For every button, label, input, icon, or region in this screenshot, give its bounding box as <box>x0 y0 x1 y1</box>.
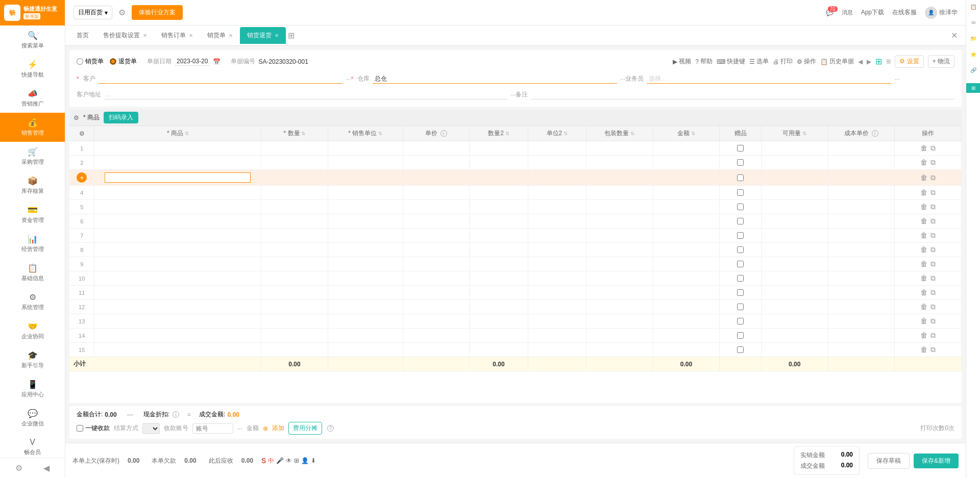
amount-cell-4[interactable] <box>653 186 720 200</box>
pack-qty-cell-1[interactable] <box>586 141 653 156</box>
unit-price-cell-1[interactable] <box>403 141 470 156</box>
gift-checkbox-9[interactable] <box>737 261 744 267</box>
available-cell-10[interactable] <box>761 271 828 286</box>
delete-icon-6[interactable]: 🗑 <box>920 217 927 225</box>
gift-checkbox-1[interactable] <box>737 145 744 152</box>
sale-unit-cell-2[interactable] <box>328 156 403 170</box>
right-panel-clipboard[interactable]: 📋 <box>970 4 976 10</box>
person-icon[interactable]: 👤 <box>301 457 309 464</box>
copy-icon-9[interactable]: ⧉ <box>930 260 936 268</box>
sidebar-item-7[interactable]: 📊经营管理 <box>0 229 65 258</box>
amount-cell-3[interactable] <box>653 170 720 186</box>
scan-input-button[interactable]: 扫码录入 <box>104 112 138 123</box>
sidebar-item-10[interactable]: 🤝企业协同 <box>0 316 65 345</box>
product-cell-12[interactable] <box>94 300 261 314</box>
gift-checkbox-3[interactable] <box>737 174 744 181</box>
settings-button[interactable]: ⚙ 设置 <box>895 55 923 68</box>
unit2-cell-14[interactable] <box>528 329 586 343</box>
product-cell-4[interactable] <box>94 186 261 200</box>
available-cell-6[interactable] <box>761 214 828 229</box>
qty2-cell-1[interactable] <box>470 141 528 156</box>
right-panel-folder[interactable]: 📁 <box>970 36 976 41</box>
tab-close-2[interactable]: ✕ <box>189 33 193 38</box>
pack-qty-cell-14[interactable] <box>586 329 653 343</box>
message-badge[interactable]: 💬 70 <box>826 9 834 16</box>
grid-view-icon[interactable]: ⊞ <box>875 57 882 66</box>
copy-icon-12[interactable]: ⧉ <box>930 303 936 311</box>
unit-price-cell-10[interactable] <box>403 271 470 286</box>
right-panel-mail[interactable]: ✉ <box>971 20 975 26</box>
pack-qty-cell-5[interactable] <box>586 200 653 214</box>
unit2-cell-3[interactable] <box>528 170 586 186</box>
unit-price-cell-2[interactable] <box>403 156 470 170</box>
delete-icon-8[interactable]: 🗑 <box>920 245 927 254</box>
pack-qty-cell-4[interactable] <box>586 186 653 200</box>
sidebar-collapse-icon[interactable]: ◀ <box>43 463 50 473</box>
address-more-icon[interactable]: ··· <box>510 91 516 98</box>
pack-qty-cell-9[interactable] <box>586 257 653 271</box>
col-settings[interactable]: ⚙ <box>69 126 94 141</box>
calendar-icon[interactable]: 📅 <box>213 58 220 65</box>
sale-unit-cell-13[interactable] <box>328 314 403 329</box>
product-cell-2[interactable] <box>94 156 261 170</box>
qty-cell-10[interactable] <box>261 271 328 286</box>
shortcut-action[interactable]: ⌨ 快捷键 <box>717 57 745 66</box>
qty-cell-3[interactable] <box>261 170 328 186</box>
unit2-cell-12[interactable] <box>528 300 586 314</box>
cost-cell-12[interactable] <box>828 300 895 314</box>
tab-close-1[interactable]: ✕ <box>143 33 147 38</box>
one-click-pay-checkbox[interactable]: 一键收款 <box>77 424 110 433</box>
unit-price-info-icon[interactable]: i <box>440 130 447 137</box>
qty-cell-7[interactable] <box>261 229 328 243</box>
amount-cell-10[interactable] <box>653 271 720 286</box>
sidebar-item-11[interactable]: 🎓新手引导 <box>0 345 65 374</box>
tab-2[interactable]: 销售订单✕ <box>154 27 200 44</box>
trial-button[interactable]: 体验行业方案 <box>132 5 183 20</box>
qty2-cell-3[interactable] <box>470 170 528 186</box>
qty2-cell-5[interactable] <box>470 200 528 214</box>
radio-return[interactable]: 退货单 <box>110 57 137 66</box>
amount-cell-13[interactable] <box>653 314 720 329</box>
sale-unit-cell-7[interactable] <box>328 229 403 243</box>
sidebar-item-5[interactable]: 📦库存核算 <box>0 171 65 200</box>
cost-cell-13[interactable] <box>828 314 895 329</box>
qty2-cell-4[interactable] <box>470 186 528 200</box>
account-more-icon[interactable]: ··· <box>237 425 242 432</box>
available-cell-7[interactable] <box>761 229 828 243</box>
sidebar-item-6[interactable]: 💳资金管理 <box>0 200 65 229</box>
product-cell-5[interactable] <box>94 200 261 214</box>
unit-price-cell-3[interactable] <box>403 170 470 186</box>
tab-3[interactable]: 销货单✕ <box>200 27 240 44</box>
amount-cell-9[interactable] <box>653 257 720 271</box>
delete-icon-3[interactable]: 🗑 <box>920 173 927 182</box>
copy-icon-5[interactable]: ⧉ <box>930 203 936 211</box>
next-icon[interactable]: ▶ <box>867 58 871 65</box>
radio-sale[interactable]: 销货单 <box>77 57 104 66</box>
available-cell-9[interactable] <box>761 257 828 271</box>
customer-input[interactable] <box>99 74 343 84</box>
delete-icon-5[interactable]: 🗑 <box>920 203 927 211</box>
qty2-cell-2[interactable] <box>470 156 528 170</box>
gift-checkbox-2[interactable] <box>737 159 744 166</box>
fee-split-help-icon[interactable]: ? <box>327 425 334 432</box>
copy-icon-13[interactable]: ⧉ <box>930 317 936 325</box>
copy-icon-1[interactable]: ⧉ <box>930 144 936 153</box>
cost-cell-14[interactable] <box>828 329 895 343</box>
product-input-3[interactable] <box>105 172 251 183</box>
qty-cell-8[interactable] <box>261 243 328 257</box>
copy-icon-4[interactable]: ⧉ <box>930 188 936 197</box>
copy-icon-3[interactable]: ⧉ <box>930 173 936 182</box>
unit-price-cell-4[interactable] <box>403 186 470 200</box>
cost-cell-1[interactable] <box>828 141 895 156</box>
gift-checkbox-14[interactable] <box>737 332 744 339</box>
sidebar-item-0[interactable]: 🔍搜索菜单 <box>0 26 65 55</box>
eye-icon[interactable]: 👁 <box>286 457 292 464</box>
copy-icon-2[interactable]: ⧉ <box>930 158 936 167</box>
sale-unit-cell-10[interactable] <box>328 271 403 286</box>
qty2-cell-13[interactable] <box>470 314 528 329</box>
sale-unit-cell-4[interactable] <box>328 186 403 200</box>
amount-cell-14[interactable] <box>653 329 720 343</box>
qty-cell-6[interactable] <box>261 214 328 229</box>
qty-cell-4[interactable] <box>261 186 328 200</box>
qty-cell-2[interactable] <box>261 156 328 170</box>
